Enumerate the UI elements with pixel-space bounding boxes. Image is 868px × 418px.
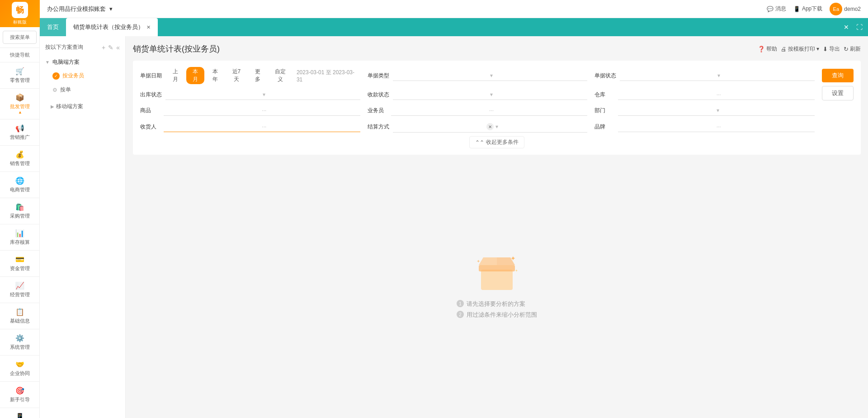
order-type-control[interactable]: ▾ [393, 71, 588, 81]
help-button[interactable]: ❓ 帮助 [758, 45, 777, 53]
date-tab-7days[interactable]: 近7天 [226, 67, 247, 84]
tab-close-icon[interactable]: ✕ [146, 24, 151, 30]
ecommerce-icon: 🌐 [15, 176, 24, 185]
sidebar-item-inventory[interactable]: 📊 库存核算 [0, 224, 39, 251]
department-dropdown-icon[interactable]: ▾ [717, 107, 815, 114]
collapse-button[interactable]: ⌃⌃ 收起更多条件 [469, 136, 524, 148]
settlement-clear-button[interactable]: ✕ [486, 123, 494, 130]
brand-more-icon[interactable]: ··· [717, 124, 815, 130]
search-menu-button[interactable]: 搜索菜单 [3, 31, 37, 44]
sidebar-item-basic[interactable]: 📋 基础信息 [0, 303, 39, 329]
app-download-button[interactable]: 📱 App下载 [793, 5, 822, 13]
sidebar-item-label: 销售管理 [10, 160, 30, 167]
order-status-dropdown-icon[interactable]: ▾ [717, 72, 815, 79]
settings-button[interactable]: 设置 [822, 86, 854, 100]
sidebar-search[interactable]: 搜索菜单 [0, 27, 39, 48]
warehouse-control[interactable]: ··· [618, 90, 815, 100]
order-type-label: 单据类型 [368, 72, 389, 80]
mobile-section-header[interactable]: ▶ 移动端方案 [40, 100, 125, 113]
help-label: 帮助 [766, 45, 777, 53]
sidebar-item-operation[interactable]: 📈 经营管理 [0, 277, 39, 303]
hint-1-text: 请先选择要分析的方案 [467, 300, 525, 308]
goods-control[interactable]: ··· [164, 105, 360, 116]
receiver-more-icon[interactable]: ··· [262, 124, 360, 130]
date-tab-last-month[interactable]: 上月 [166, 67, 184, 84]
quicknav-button[interactable]: 快捷导航 [0, 48, 39, 62]
date-label: 单据日期 [140, 72, 163, 80]
print-dropdown-icon[interactable]: ▾ [816, 46, 819, 52]
operation-icon: 📈 [15, 281, 24, 290]
sidebar-item-ecommerce[interactable]: 🌐 电商管理 [0, 172, 39, 198]
query-button[interactable]: 查询 [822, 69, 854, 82]
sidebar-item-purchase[interactable]: 🛍️ 采购管理 [0, 198, 39, 224]
purchase-icon: 🛍️ [15, 203, 24, 211]
tab-home[interactable]: 首页 [40, 18, 66, 36]
sidebar-item-system[interactable]: ⚙️ 系统管理 [0, 329, 39, 356]
sidebar-nav: 🛒 零售管理 📦 批发管理 ▲ 📢 营销推广 💰 销售管理 🌐 电商管理 🛍️ … [0, 62, 39, 418]
sidebar-item-enterprise[interactable]: 🤝 企业协同 [0, 356, 39, 382]
close-tab-button[interactable]: ✕ [842, 22, 851, 33]
out-status-label: 出库状态 [140, 91, 162, 99]
desktop-section-header[interactable]: ▼ 电脑端方案 [40, 56, 125, 69]
out-status-dropdown-icon[interactable]: ▾ [263, 91, 360, 98]
sidebar-item-newbie[interactable]: 🎯 新手引导 [0, 382, 39, 408]
sidebar-item-label: 电商管理 [10, 186, 30, 193]
receipt-status-control[interactable]: ▾ [393, 90, 588, 100]
svg-rect-1 [479, 265, 515, 271]
filter-form: 单据日期 上月 本月 本年 近7天 更多 自定义 2023-03-01 至 20… [140, 67, 815, 133]
empty-illustration: ✦ ✦ ✦ [470, 249, 524, 294]
sidebar-item-sales[interactable]: 💰 销售管理 [0, 146, 39, 172]
date-tab-more[interactable]: 更多 [249, 67, 267, 84]
newbie-icon: 🎯 [15, 386, 24, 395]
salesperson-control[interactable]: ··· [391, 105, 588, 116]
topbar: 办公用品行业模拟账套 ▾ 💬 消息 📱 App下载 Ea demo2 [40, 0, 868, 18]
receiver-filter: 收货人 ··· [140, 122, 360, 132]
receiver-control[interactable]: ··· [164, 122, 360, 132]
date-tab-this-month[interactable]: 本月 [186, 67, 204, 84]
settlement-dropdown-icon[interactable]: ▾ [495, 124, 587, 130]
date-tab-this-year[interactable]: 本年 [206, 67, 224, 84]
department-label: 部门 [594, 107, 614, 114]
print-button[interactable]: 🖨 按模板打印 ▾ [781, 45, 819, 53]
filter-row-1: 单据日期 上月 本月 本年 近7天 更多 自定义 2023-03-01 至 20… [140, 67, 815, 84]
export-icon: ⬇ [823, 46, 828, 52]
sidebar-item-marketing[interactable]: 📢 营销推广 [0, 119, 39, 146]
refresh-button[interactable]: ↻ 刷新 [844, 45, 861, 53]
sidebar-item-appcenter[interactable]: 📱 应用中心 [0, 408, 39, 418]
suite-dropdown[interactable]: ▾ [109, 5, 113, 12]
scheme-by-salesperson-label: 按业务员 [62, 72, 84, 80]
sidebar-item-finance[interactable]: 💳 资金管理 [0, 251, 39, 277]
warehouse-more-icon[interactable]: ··· [717, 91, 815, 98]
sidebar-item-retail[interactable]: 🛒 零售管理 [0, 62, 39, 89]
order-status-control[interactable]: ▾ [620, 71, 815, 81]
salesperson-more-icon[interactable]: ··· [489, 107, 587, 114]
print-label: 按模板打印 [788, 45, 815, 53]
date-tab-custom[interactable]: 自定义 [269, 67, 292, 84]
out-status-control[interactable]: ▾ [165, 90, 360, 100]
sidebar: 畅 标账版 搜索菜单 快捷导航 🛒 零售管理 📦 批发管理 ▲ 📢 营销推广 💰… [0, 0, 40, 418]
brand-control[interactable]: ··· [618, 122, 815, 132]
message-button[interactable]: 💬 消息 [767, 5, 786, 13]
receipt-status-dropdown-icon[interactable]: ▾ [490, 91, 587, 98]
user-profile[interactable]: Ea demo2 [830, 3, 861, 15]
right-panel: 销货单统计表(按业务员) ❓ 帮助 🖨 按模板打印 ▾ ⬇ 导出 [126, 36, 868, 418]
add-scheme-button[interactable]: + [102, 44, 105, 51]
fullscreen-button[interactable]: ⛶ [854, 22, 864, 33]
scheme-by-salesperson[interactable]: ✓ 按业务员 [40, 69, 125, 83]
export-button[interactable]: ⬇ 导出 [823, 45, 840, 53]
goods-more-icon[interactable]: ··· [262, 107, 360, 114]
scheme-by-order-label: 按单 [60, 86, 71, 94]
tabbar-actions: ✕ ⛶ [842, 22, 868, 33]
settlement-control[interactable]: ✕ ▾ [393, 121, 588, 133]
department-control[interactable]: ▾ [618, 105, 815, 116]
tab-report[interactable]: 销货单统计表（按业务员） ✕ [66, 18, 158, 36]
sales-icon: 💰 [15, 150, 24, 159]
order-type-dropdown-icon[interactable]: ▾ [490, 72, 587, 79]
finance-icon: 💳 [15, 255, 24, 264]
sidebar-item-wholesale[interactable]: 📦 批发管理 ▲ [0, 89, 39, 119]
collapse-label: 收起更多条件 [486, 138, 519, 146]
svg-text:✦: ✦ [510, 255, 516, 262]
scheme-by-order[interactable]: ⚙ 按单 [40, 83, 125, 97]
collapse-panel-button[interactable]: « [116, 44, 120, 51]
edit-scheme-button[interactable]: ✎ [108, 44, 113, 51]
